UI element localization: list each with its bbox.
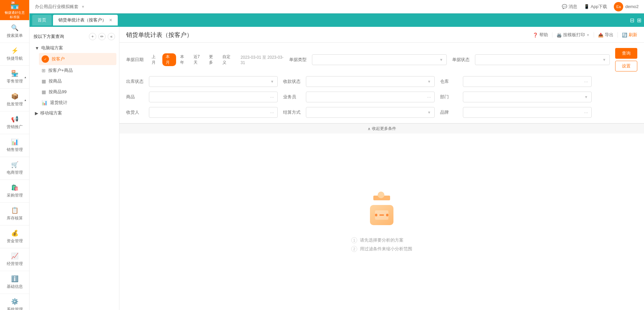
user-area[interactable]: Ea demo2 [614, 2, 639, 11]
tree-child-label-goods99: 按商品99 [49, 89, 66, 95]
salesperson-ellipsis: ··· [427, 94, 431, 100]
ecommerce-icon: 🛒 [11, 161, 18, 168]
tree-child-by-customer[interactable]: ✓ 按客户 [39, 53, 116, 65]
app-name: 办公用品行业模拟账套 [35, 4, 78, 10]
sidebar-item-quicknav[interactable]: ⚡ 快捷导航 [0, 43, 30, 66]
search-icon: 🔍 [11, 24, 18, 32]
goods-icon: ▦ [42, 79, 46, 84]
refresh-icon: 🔄 [622, 33, 627, 38]
collapse-panel-btn[interactable]: « [108, 33, 115, 40]
brand-input[interactable]: ··· [463, 107, 592, 118]
app-selector-area[interactable]: 办公用品行业模拟账套 ▼ [35, 4, 85, 10]
help-btn[interactable]: ❓ 帮助 [533, 32, 548, 38]
sidebar-label-system: 系统管理 [7, 307, 23, 310]
sidebar-item-retail[interactable]: 🏪 零售管理 [0, 66, 30, 89]
sidebar-item-finance[interactable]: 💰 资金管理 [0, 225, 30, 248]
right-main: 销货单统计表（按客户） ❓ 帮助 🖨️ 按模板打印 ▼ 📤 [119, 27, 644, 310]
main-area: 办公用品行业模拟账套 ▼ 💬 消息 📱 App下载 Ea demo2 首页 [30, 0, 644, 310]
filter-settlement: 结算方式 ▼ [283, 107, 435, 118]
sidebar-label-wholesale: 批发管理 [7, 101, 23, 107]
tree-desktop-parent[interactable]: ▼ 电脑端方案 [32, 43, 116, 53]
tree-mobile-arrow: ▶ [35, 111, 38, 116]
sidebar-item-system[interactable]: ⚙️ 系统管理 [0, 294, 30, 310]
page-header: 销货单统计表（按客户） ❓ 帮助 🖨️ 按模板打印 ▼ 📤 [119, 27, 644, 43]
app-download-btn[interactable]: 📱 App下载 [584, 4, 607, 10]
date-tab-7days[interactable]: 近7天 [191, 53, 205, 66]
sidebar-item-basicinfo[interactable]: ℹ️ 基础信息 [0, 271, 30, 294]
sidebar-item-marketing[interactable]: 📢 营销推广 [0, 111, 30, 134]
salesperson-input[interactable]: ··· [306, 92, 435, 102]
tree-child-label-goods: 按商品 [49, 78, 62, 84]
avatar-text: Ea [616, 5, 621, 9]
refresh-label: 刷新 [629, 32, 637, 38]
add-scheme-btn[interactable]: + [89, 33, 96, 40]
settlement-input[interactable]: ▼ [306, 107, 435, 118]
department-input[interactable]: ▼ [463, 92, 592, 102]
collapse-label: 收起更多条件 [372, 126, 396, 132]
tab-home[interactable]: 首页 [32, 15, 52, 25]
search-btn[interactable]: 查询 [615, 48, 637, 59]
tree-desktop-children: ✓ 按客户 ⊞ 按客户+商品 ▦ 按商品 ▦ 按商品99 [32, 53, 116, 108]
receiver-input[interactable]: ··· [149, 107, 278, 118]
tree-child-customer-goods[interactable]: ⊞ 按客户+商品 [39, 65, 116, 76]
sidebar-label-purchase: 采购管理 [7, 193, 23, 198]
user-name: demo2 [625, 4, 639, 9]
edit-icon: ✏ [100, 34, 104, 39]
help-icon: ❓ [533, 33, 538, 38]
window-maximize-btn[interactable]: ⊞ [637, 17, 641, 23]
department-label: 部门 [440, 94, 460, 100]
tab-sales-stats-label: 销货单统计表（按客户） [58, 17, 106, 23]
date-tab-custom[interactable]: 自定义 [220, 53, 235, 66]
left-panel-actions: + ✏ « [89, 33, 115, 40]
goods-input[interactable]: ··· [149, 92, 278, 102]
export-btn[interactable]: 📤 导出 [598, 32, 613, 38]
tree-child-label-customer-goods: 按客户+商品 [48, 67, 73, 73]
filter-doc-type: 单据类型 ▼ [289, 54, 447, 65]
sidebar-item-purchase[interactable]: 🛍️ 采购管理 [0, 180, 30, 203]
ship-status-label: 出库状态 [126, 79, 146, 85]
download-icon: 📱 [584, 4, 589, 9]
window-minimize-btn[interactable]: ⊟ [630, 17, 634, 23]
edit-scheme-btn[interactable]: ✏ [98, 33, 106, 40]
settings-btn[interactable]: 设置 [615, 61, 637, 71]
tree-desktop-label: 电脑端方案 [41, 45, 63, 51]
empty-tips: 1 请先选择要分析的方案 2 用过滤条件来缩小分析范围 [351, 237, 412, 252]
filter-payment-status: 收款状态 ▼ [283, 76, 435, 87]
refresh-btn[interactable]: 🔄 刷新 [622, 32, 637, 38]
message-btn[interactable]: 💬 消息 [562, 4, 577, 10]
action-group: 查询 设置 [615, 48, 637, 71]
sidebar-item-inventory[interactable]: 📋 库存核算 [0, 203, 30, 225]
tree-child-goods99[interactable]: ▦ 按商品99 [39, 87, 116, 97]
collapse-bar[interactable]: ∧ 收起更多条件 [119, 123, 644, 134]
tree-mobile-parent[interactable]: ▶ 移动端方案 [32, 108, 116, 118]
logo-text: 畅捷通好生意 [5, 10, 25, 15]
doc-status-input[interactable]: ▼ [475, 54, 610, 65]
date-tab-lastmonth[interactable]: 上月 [149, 53, 161, 66]
receiver-ellipsis: ··· [270, 110, 274, 115]
sidebar-item-sales[interactable]: 📊 销售管理 [0, 134, 30, 157]
template-print-btn[interactable]: 🖨️ 按模板打印 ▼ [556, 32, 590, 38]
tree-child-goods[interactable]: ▦ 按商品 [39, 76, 116, 87]
doc-type-input[interactable]: ▼ [312, 54, 447, 65]
date-tab-thismonth[interactable]: 本月 [162, 53, 176, 66]
sidebar-item-management[interactable]: 📈 经营管理 [0, 248, 30, 271]
sales-icon: 📊 [11, 138, 18, 146]
payment-status-input[interactable]: ▼ [306, 76, 435, 87]
sidebar-item-ecommerce[interactable]: 🛒 电商管理 [0, 157, 30, 180]
goods-ellipsis: ··· [270, 94, 274, 100]
tree-child-return-stats[interactable]: 📊 退货统计 [39, 97, 116, 108]
tab-sales-stats[interactable]: 销货单统计表（按客户） ✕ [53, 15, 118, 25]
tree-desktop-arrow: ▼ [35, 46, 39, 51]
tab-close-btn[interactable]: ✕ [109, 18, 112, 22]
active-indicator: ✓ [42, 55, 49, 63]
date-tab-more[interactable]: 更多 [206, 53, 218, 66]
warehouse-input[interactable]: ··· [463, 76, 592, 87]
sidebar-item-search[interactable]: 🔍 搜索菜单 [0, 20, 30, 43]
print-icon: 🖨️ [556, 33, 562, 38]
header-right: 💬 消息 📱 App下载 Ea demo2 [562, 2, 639, 11]
filter-warehouse: 仓库 ··· [440, 76, 592, 87]
ship-status-input[interactable]: ▼ [149, 76, 278, 87]
date-tab-thisyear[interactable]: 本年 [177, 53, 190, 66]
scheme-tree: ▼ 电脑端方案 ✓ 按客户 ⊞ 按客户+商品 ▦ [30, 43, 119, 118]
sidebar-item-wholesale[interactable]: 📦 批发管理 [0, 89, 30, 111]
